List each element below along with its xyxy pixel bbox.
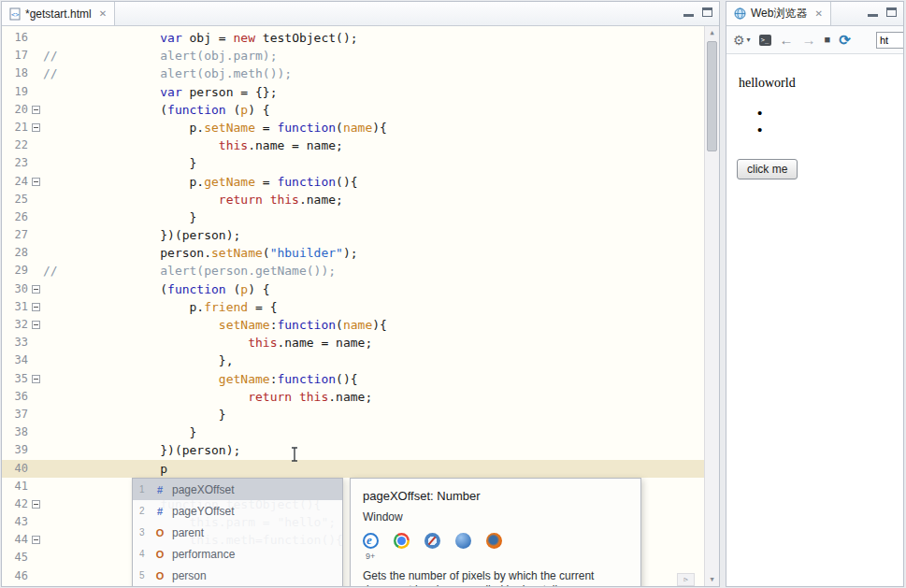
settings-menu-button[interactable]: ⚙ ▾ xyxy=(733,34,751,47)
tab-web-browser[interactable]: Web浏览器 ✕ xyxy=(726,2,831,25)
code-line-28[interactable]: 28 person.setName("hbuilder"); xyxy=(2,244,704,262)
maximize-icon[interactable] xyxy=(886,7,897,17)
fold-column xyxy=(28,191,43,208)
line-number: 37 xyxy=(2,406,28,423)
code-text: getName:function(){ xyxy=(43,370,704,388)
code-text: setName:function(name){ xyxy=(43,316,704,334)
vertical-scrollbar[interactable]: ▲ ▼ xyxy=(704,26,719,586)
code-line-36[interactable]: 36 return this.name; xyxy=(2,388,704,406)
code-line-29[interactable]: 29// alert(person.getName()); xyxy=(2,262,704,280)
code-line-31[interactable]: 31 p.friend = { xyxy=(2,298,704,316)
code-line-26[interactable]: 26 } xyxy=(2,208,704,226)
collapse-icon[interactable] xyxy=(32,123,40,132)
list-bullet-icon: • xyxy=(757,122,762,138)
code-editor[interactable]: 16 var obj = new testObject();17// alert… xyxy=(2,26,719,586)
code-line-24[interactable]: 24 p.getName = function(){ xyxy=(2,173,704,191)
list-bullet-icon: • xyxy=(757,105,762,122)
chevron-down-icon: ▾ xyxy=(747,36,751,44)
refresh-icon[interactable]: ⟳ xyxy=(839,33,851,47)
code-line-27[interactable]: 27 })(person); xyxy=(2,226,704,244)
collapse-icon[interactable] xyxy=(32,500,40,509)
completion-label: performance xyxy=(172,548,235,561)
fold-column xyxy=(28,244,43,262)
line-number: 19 xyxy=(2,83,28,101)
line-number: 23 xyxy=(2,154,28,172)
scroll-right-icon[interactable]: ▷ xyxy=(677,573,695,586)
code-line-33[interactable]: 33 this.name = name; xyxy=(2,334,704,351)
property-icon: # xyxy=(154,506,165,517)
line-number: 17 xyxy=(2,47,28,65)
line-number: 33 xyxy=(2,334,28,351)
completion-item-pageXOffset[interactable]: 1#pageXOffset xyxy=(133,479,342,500)
code-line-19[interactable]: 19 var person = {}; xyxy=(2,83,704,101)
fold-column xyxy=(28,29,43,47)
line-number: 29 xyxy=(2,262,28,280)
code-line-39[interactable]: 39 })(person); xyxy=(2,441,704,459)
tab-label: *getstart.html xyxy=(25,7,92,21)
close-icon[interactable]: ✕ xyxy=(99,8,107,19)
code-text: return this.name; xyxy=(43,191,704,208)
code-text: })(person); xyxy=(43,441,704,459)
code-text: person.setName("hbuilder"); xyxy=(43,244,704,262)
scroll-up-icon[interactable]: ▲ xyxy=(705,26,719,39)
doc-popup: pageXOffset: Number Window 9+ Gets the n… xyxy=(350,478,641,586)
collapse-icon[interactable] xyxy=(32,536,40,544)
maximize-icon[interactable] xyxy=(702,7,712,17)
code-line-16[interactable]: 16 var obj = new testObject(); xyxy=(2,29,704,47)
collapse-icon[interactable] xyxy=(32,106,40,114)
url-input[interactable] xyxy=(876,32,903,49)
line-number: 45 xyxy=(2,549,28,566)
forward-icon[interactable]: → xyxy=(802,33,816,47)
fold-column xyxy=(28,531,43,549)
completion-label: pageYOffset xyxy=(172,505,235,518)
shortcut-number: 2 xyxy=(139,506,148,516)
code-line-34[interactable]: 34 }, xyxy=(2,351,704,369)
tab-getstart-html[interactable]: <> *getstart.html ✕ xyxy=(2,2,115,25)
line-number: 41 xyxy=(2,478,28,495)
code-line-20[interactable]: 20 (function (p) { xyxy=(2,101,704,119)
completion-item-parent[interactable]: 3Oparent xyxy=(133,522,342,543)
shortcut-number: 4 xyxy=(139,549,148,559)
collapse-icon[interactable] xyxy=(32,285,40,294)
collapse-icon[interactable] xyxy=(32,375,40,383)
code-line-17[interactable]: 17// alert(obj.parm); xyxy=(2,47,704,65)
click-me-button[interactable]: click me xyxy=(737,159,798,179)
minimize-icon[interactable] xyxy=(683,7,694,17)
line-number: 26 xyxy=(2,208,28,226)
code-line-23[interactable]: 23 } xyxy=(2,154,704,172)
fold-column xyxy=(28,154,43,172)
back-icon[interactable]: ← xyxy=(780,33,794,47)
code-line-35[interactable]: 35 getName:function(){ xyxy=(2,370,704,388)
minimize-icon[interactable] xyxy=(868,7,878,17)
scroll-down-icon[interactable]: ▼ xyxy=(705,573,719,586)
code-line-32[interactable]: 32 setName:function(name){ xyxy=(2,316,704,334)
code-line-30[interactable]: 30 (function (p) { xyxy=(2,280,704,298)
code-line-22[interactable]: 22 this.name = name; xyxy=(2,136,704,154)
fold-column xyxy=(28,262,43,280)
code-line-21[interactable]: 21 p.setName = function(name){ xyxy=(2,119,704,136)
shortcut-number: 5 xyxy=(139,570,148,581)
console-icon[interactable]: >_ xyxy=(759,35,771,46)
code-text: })(person); xyxy=(43,226,704,244)
collapse-icon[interactable] xyxy=(32,303,40,311)
object-icon: O xyxy=(154,549,165,560)
collapse-icon[interactable] xyxy=(32,321,40,329)
scrollbar-thumb[interactable] xyxy=(707,41,717,151)
shortcut-number: 1 xyxy=(139,484,148,495)
collapse-icon[interactable] xyxy=(32,178,40,186)
code-text: // alert(obj.meth()); xyxy=(43,65,704,82)
completion-item-pageYOffset[interactable]: 2#pageYOffset xyxy=(133,500,342,522)
fold-column xyxy=(28,441,43,459)
close-icon[interactable]: ✕ xyxy=(814,8,822,19)
code-line-40[interactable]: 40 p xyxy=(2,460,704,478)
code-line-25[interactable]: 25 return this.name; xyxy=(2,191,704,208)
code-line-38[interactable]: 38 } xyxy=(2,423,704,441)
code-line-37[interactable]: 37 } xyxy=(2,406,704,423)
completion-item-performance[interactable]: 4Operformance xyxy=(133,543,342,565)
code-line-18[interactable]: 18// alert(obj.meth()); xyxy=(2,65,704,82)
completion-item-person[interactable]: 5Operson xyxy=(133,565,342,586)
bullet-list: •• xyxy=(757,105,762,138)
completion-label: pageXOffset xyxy=(172,483,235,496)
stop-icon[interactable]: ■ xyxy=(825,35,831,45)
object-icon: O xyxy=(154,527,165,538)
